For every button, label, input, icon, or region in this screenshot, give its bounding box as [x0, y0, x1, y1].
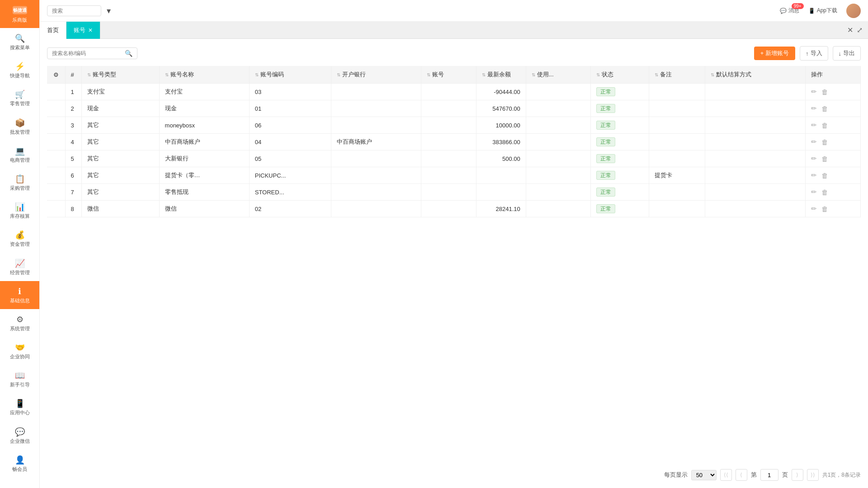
delete-icon[interactable]: 🗑	[821, 172, 828, 179]
sidebar-item-operations[interactable]: 📈 经营管理	[0, 253, 39, 281]
tab-expand-icon[interactable]: ⤢	[857, 26, 863, 34]
sidebar-item-guide[interactable]: 📖 新手引导	[0, 365, 39, 393]
edit-icon[interactable]: ✏	[811, 138, 817, 146]
appcenter-icon: 📱	[15, 399, 25, 408]
search-icon[interactable]: 🔍	[125, 50, 132, 57]
row-num: 3	[65, 117, 81, 134]
tab-home[interactable]: 首页	[40, 22, 66, 39]
edit-icon[interactable]: ✏	[811, 188, 817, 196]
row-status: 正常	[590, 100, 649, 117]
export-label: 导出	[843, 49, 855, 57]
bank-column-header[interactable]: ⇅开户银行	[331, 66, 421, 84]
edit-icon[interactable]: ✏	[811, 155, 817, 163]
edit-icon[interactable]: ✏	[811, 88, 817, 96]
sidebar-item-retail[interactable]: 🛒 零售管理	[0, 84, 39, 112]
table-row: 2现金现金01547670.00正常 ✏ 🗑	[47, 100, 861, 117]
row-name: moneybosx	[159, 117, 249, 134]
row-code: 01	[249, 100, 331, 117]
edit-icon[interactable]: ✏	[811, 121, 817, 129]
sidebar: 畅捷通 乐商版 🔍 搜索菜单 ⚡ 快捷导航 🛒 零售管理 📦 批发管理 💻 电商…	[0, 0, 40, 488]
row-type: 支付宝	[81, 84, 159, 100]
delete-icon[interactable]: 🗑	[821, 122, 828, 129]
tab-close-icon[interactable]: ✕	[88, 28, 93, 33]
quick-icon: ⚡	[15, 61, 25, 71]
sidebar-item-quick[interactable]: ⚡ 快捷导航	[0, 56, 39, 84]
delete-icon[interactable]: 🗑	[821, 188, 828, 196]
balance-column-header[interactable]: ⇅最新余额	[476, 66, 526, 84]
page-size-select[interactable]: 50 20 100	[691, 470, 717, 480]
row-bank	[331, 150, 421, 167]
row-type: 其它	[81, 184, 159, 201]
sidebar-item-system[interactable]: ⚙ 系统管理	[0, 309, 39, 337]
page-number-input[interactable]	[760, 469, 778, 481]
status-badge: 正常	[596, 137, 615, 146]
sidebar-item-inventory[interactable]: 📊 库存核算	[0, 197, 39, 225]
top-search-input[interactable]	[47, 5, 101, 16]
code-column-header[interactable]: ⇅账号编码	[249, 66, 331, 84]
delete-icon[interactable]: 🗑	[821, 155, 828, 163]
import-button[interactable]: ↑ 导入	[800, 46, 828, 61]
search-input[interactable]	[52, 50, 125, 56]
row-operations: ✏ 🗑	[806, 84, 861, 100]
row-code: STORED...	[249, 184, 331, 201]
delete-icon[interactable]: 🗑	[821, 88, 828, 96]
row-operations: ✏ 🗑	[806, 184, 861, 201]
sidebar-item-basic[interactable]: ℹ 基础信息	[0, 281, 39, 309]
app-icon: 📱	[808, 8, 815, 14]
tab-close-all-icon[interactable]: ✕	[847, 26, 853, 34]
row-code: PICKUPC...	[249, 167, 331, 184]
export-button[interactable]: ↓ 导出	[833, 46, 861, 61]
edit-icon[interactable]: ✏	[811, 104, 817, 113]
name-column-header[interactable]: ⇅账号名称	[159, 66, 249, 84]
table-row: 1支付宝支付宝03-90444.00正常 ✏ 🗑	[47, 84, 861, 100]
row-note	[649, 100, 705, 117]
account-column-header[interactable]: ⇅账号	[421, 66, 476, 84]
add-account-button[interactable]: + 新增账号	[754, 47, 795, 60]
default-column-header[interactable]: ⇅默认结算方式	[705, 66, 805, 84]
sidebar-item-wechat[interactable]: 💬 企业微信	[0, 422, 39, 450]
delete-icon[interactable]: 🗑	[821, 105, 828, 113]
dropdown-arrow-icon[interactable]: ▾	[107, 6, 111, 16]
delete-icon[interactable]: 🗑	[821, 138, 828, 146]
row-num: 8	[65, 201, 81, 217]
row-note	[649, 117, 705, 134]
app-download-button[interactable]: 📱 App下载	[808, 7, 837, 14]
sidebar-item-search[interactable]: 🔍 搜索菜单	[0, 28, 39, 56]
row-bank	[331, 100, 421, 117]
edit-icon[interactable]: ✏	[811, 171, 817, 179]
edit-icon[interactable]: ✏	[811, 205, 817, 213]
sidebar-item-purchase[interactable]: 📋 采购管理	[0, 169, 39, 197]
sidebar-item-member[interactable]: 👤 畅会员	[0, 450, 39, 478]
sidebar-item-wholesale[interactable]: 📦 批发管理	[0, 113, 39, 141]
row-operations: ✏ 🗑	[806, 117, 861, 134]
usage-column-header[interactable]: ⇅使用...	[526, 66, 590, 84]
delete-icon[interactable]: 🗑	[821, 205, 828, 213]
row-status: 正常	[590, 84, 649, 100]
type-column-header[interactable]: ⇅账号类型	[81, 66, 159, 84]
row-code: 02	[249, 201, 331, 217]
sidebar-item-ecommerce-label: 电商管理	[10, 157, 30, 163]
sidebar-item-finance[interactable]: 💰 资金管理	[0, 225, 39, 253]
status-badge: 正常	[596, 104, 615, 113]
page-prev-button[interactable]: ⟨	[736, 469, 747, 481]
sidebar-item-appcenter[interactable]: 📱 应用中心	[0, 393, 39, 421]
avatar[interactable]	[846, 4, 861, 18]
sidebar-item-agreement[interactable]: 🤝 企业协同	[0, 337, 39, 365]
row-type: 其它	[81, 117, 159, 134]
tab-accounts[interactable]: 账号 ✕	[66, 22, 100, 39]
page-next-button[interactable]: ⟩	[792, 469, 803, 481]
row-usage	[526, 184, 590, 201]
row-note	[649, 150, 705, 167]
page-first-button[interactable]: ⟨⟨	[720, 469, 732, 481]
table-container: ⚙ # ⇅账号类型 ⇅账号名称 ⇅账号编码 ⇅开户银行 ⇅账号 ⇅最新余额 ⇅使…	[47, 66, 861, 464]
page-last-button[interactable]: ⟩⟩	[807, 469, 819, 481]
row-num: 5	[65, 150, 81, 167]
note-column-header[interactable]: ⇅备注	[649, 66, 705, 84]
status-column-header[interactable]: ⇅状态	[590, 66, 649, 84]
message-button[interactable]: 💬 消息 99+	[780, 7, 799, 14]
row-balance: 383866.00	[476, 134, 526, 150]
sidebar-item-ecommerce[interactable]: 💻 电商管理	[0, 141, 39, 169]
row-name: 中百商场账户	[159, 134, 249, 150]
row-name: 零售抵现	[159, 184, 249, 201]
settings-column-header[interactable]: ⚙	[47, 66, 65, 84]
